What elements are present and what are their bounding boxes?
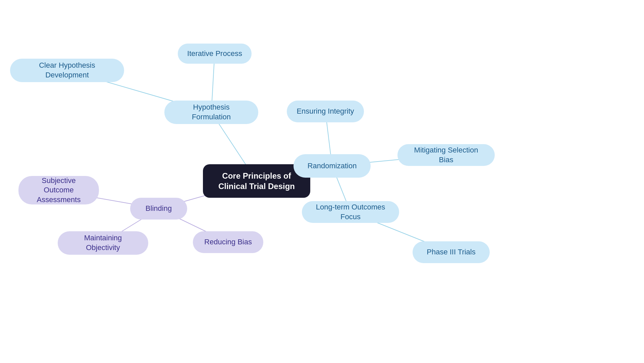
long-term-outcomes-node: Long-term Outcomes Focus [302,201,399,223]
mitigating-selection-bias-label: Mitigating Selection Bias [407,145,485,165]
randomization-label: Randomization [308,161,357,171]
clear-hypothesis-node: Clear Hypothesis Development [10,59,124,82]
center-label: Core Principles of Clinical Trial Design [212,171,301,191]
hypothesis-formulation-label: Hypothesis Formulation [174,103,249,122]
blinding-label: Blinding [146,204,172,214]
reducing-bias-label: Reducing Bias [204,237,252,247]
iterative-process-label: Iterative Process [187,49,242,59]
ensuring-integrity-node: Ensuring Integrity [287,101,364,122]
iterative-process-node: Iterative Process [178,44,252,64]
subjective-outcome-label: Subjective Outcome Assessments [28,176,90,205]
hypothesis-formulation-node: Hypothesis Formulation [164,101,258,124]
clear-hypothesis-label: Clear Hypothesis Development [19,61,115,80]
maintaining-objectivity-label: Maintaining Objectivity [67,233,139,252]
maintaining-objectivity-node: Maintaining Objectivity [58,231,148,255]
blinding-node: Blinding [130,198,187,220]
ensuring-integrity-label: Ensuring Integrity [297,107,354,116]
phase-iii-trials-node: Phase III Trials [413,241,490,263]
mitigating-selection-bias-node: Mitigating Selection Bias [397,144,495,166]
reducing-bias-node: Reducing Bias [193,231,263,253]
long-term-outcomes-label: Long-term Outcomes Focus [311,202,390,222]
subjective-outcome-node: Subjective Outcome Assessments [18,176,99,204]
randomization-node: Randomization [293,154,371,178]
phase-iii-trials-label: Phase III Trials [427,247,476,257]
